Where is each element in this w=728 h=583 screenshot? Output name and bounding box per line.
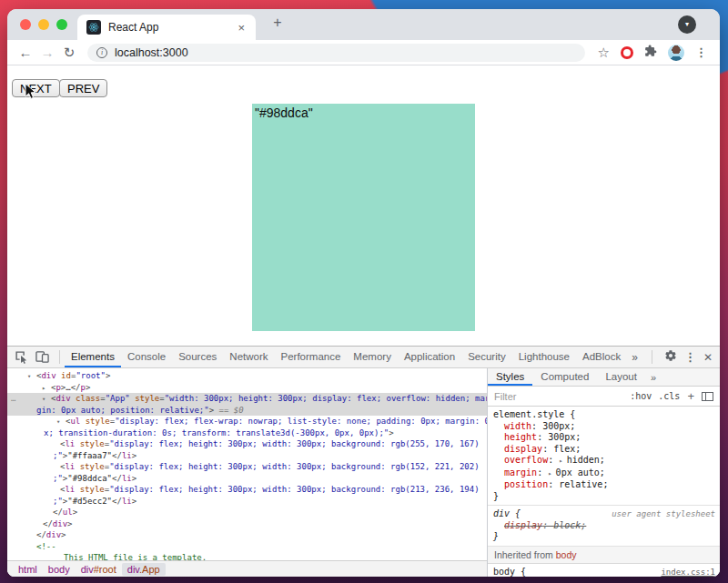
devtools-panel: ElementsConsoleSourcesNetworkPerformance… (7, 346, 720, 577)
sb-tab-styles[interactable]: Styles (488, 368, 532, 386)
dom-tree-line[interactable]: ;">"#ffaaa7"</li> (7, 450, 487, 462)
dt-tab-memory[interactable]: Memory (347, 347, 398, 367)
tab-close-icon[interactable]: × (236, 21, 247, 35)
profile-avatar[interactable] (668, 45, 684, 61)
dt-tab-adblock[interactable]: AdBlock (576, 347, 627, 367)
dom-tree-line[interactable]: ;">"#d5ecc2"</li> (7, 496, 487, 508)
address-bar[interactable]: i localhost:3000 (87, 44, 585, 62)
breadcrumb-item[interactable]: div#root (76, 563, 122, 576)
more-tabs-icon[interactable]: » (627, 351, 642, 364)
browser-window: React App × + ▾ ← → ↻ i localhost:3000 ☆… (7, 9, 720, 577)
dom-tree-line[interactable]: </div> (7, 518, 487, 530)
next-button[interactable]: NEXT (12, 79, 60, 97)
minimize-window-button[interactable] (38, 19, 49, 30)
dom-tree-line[interactable]: …▾<div class="App" style="width: 300px; … (7, 393, 487, 405)
sb-tab-computed[interactable]: Computed (532, 368, 597, 386)
styles-sidebar: StylesComputedLayout » :hov.cls + elemen… (487, 368, 720, 577)
css-property[interactable]: margin: ▸ 0px auto; (493, 467, 718, 480)
browser-menu-icon[interactable]: ⋮ (695, 45, 707, 59)
dom-tree-line[interactable]: </div> (7, 529, 487, 541)
dom-tree-line[interactable]: This HTML file is a template. (7, 552, 487, 560)
forward-button[interactable]: → (36, 41, 58, 65)
expand-shorthand-icon[interactable]: ▸ (559, 457, 566, 465)
breadcrumb-item[interactable]: html (13, 563, 43, 576)
dom-tree-line[interactable]: <li style="display: flex; height: 300px;… (7, 461, 487, 473)
bookmark-star-icon[interactable]: ☆ (598, 45, 610, 61)
dom-tree-line[interactable]: ▸<p>…</p> (7, 382, 487, 394)
devtools-settings-gear-icon[interactable] (664, 349, 677, 366)
reload-button[interactable]: ↻ (58, 41, 80, 65)
slide: "#98ddca" (252, 104, 475, 331)
dt-tab-console[interactable]: Console (121, 347, 172, 367)
sidebar-more-tabs-icon[interactable]: » (645, 372, 662, 383)
dom-tree-line[interactable]: <li style="display: flex; height: 300px;… (7, 438, 487, 450)
dt-tab-performance[interactable]: Performance (275, 347, 348, 367)
devtools-tabs: ElementsConsoleSourcesNetworkPerformance… (65, 347, 627, 367)
css-property[interactable]: height: 300px; (493, 432, 718, 444)
zoom-window-button[interactable] (56, 19, 67, 30)
dom-tree-line[interactable]: ;">"#98ddca"</li> (7, 473, 487, 485)
devtools-close-icon[interactable]: ✕ (703, 351, 713, 364)
inherited-from-link[interactable]: body (556, 549, 577, 560)
css-property[interactable]: display: flex; (493, 444, 718, 456)
devtools-body: ▾<div id="root">▸<p>…</p>…▾<div class="A… (7, 368, 720, 577)
url-text[interactable]: localhost:3000 (115, 46, 188, 59)
sb-tab-layout[interactable]: Layout (597, 368, 645, 386)
style-rule[interactable]: index.css:1body {margin: ▸ 0;} (488, 564, 720, 578)
tab-search-chevron-icon[interactable]: ▾ (678, 15, 696, 34)
dom-tree-line[interactable]: </ul> (7, 507, 487, 518)
sb-toggle--cls[interactable]: .cls (658, 391, 680, 401)
dt-tab-lighthouse[interactable]: Lighthouse (512, 347, 576, 367)
style-rule[interactable]: user agent stylesheetdiv {display: block… (488, 506, 720, 547)
styles-inherited-section: Inherited from body (488, 547, 720, 564)
styles-toggle-list: :hov.cls (623, 391, 680, 401)
dom-tree-line[interactable]: <!-- (7, 541, 487, 553)
dom-tree-line[interactable]: ▾<ul style="display: flex; flex-wrap: no… (7, 416, 487, 427)
react-favicon-icon (86, 20, 101, 35)
breadcrumb-item[interactable]: body (43, 563, 76, 576)
device-toolbar-icon[interactable] (34, 350, 50, 365)
dt-tab-network[interactable]: Network (223, 347, 274, 367)
dt-tab-elements[interactable]: Elements (65, 347, 121, 367)
adblock-extension-icon[interactable] (621, 46, 633, 59)
sb-toggle--hov[interactable]: :hov (630, 391, 652, 401)
devtools-menu-icon[interactable]: ⋮ (684, 350, 696, 364)
css-property[interactable]: overflow: ▸ hidden; (493, 455, 718, 467)
browser-tab[interactable]: React App × (77, 15, 256, 40)
toggle-sidebar-panel-icon[interactable] (702, 392, 713, 401)
sidebar-tabs: StylesComputedLayout » (488, 368, 720, 387)
stylesheet-source-link[interactable]: index.css:1 (661, 568, 715, 577)
dom-tree-line[interactable]: gin: 0px auto; position: relative;"> == … (7, 405, 487, 417)
dt-tab-security[interactable]: Security (461, 347, 512, 367)
browser-toolbar: ← → ↻ i localhost:3000 ☆ ⋮ (7, 40, 720, 65)
style-rule[interactable]: element.style {width: 300px;height: 300p… (488, 407, 720, 506)
styles-filter-bar: :hov.cls + (488, 387, 720, 407)
styles-rules: element.style {width: 300px;height: 300p… (488, 407, 720, 577)
dt-tab-application[interactable]: Application (398, 347, 461, 367)
new-tab-button[interactable]: + (268, 15, 288, 31)
dom-tree: ▾<div id="root">▸<p>…</p>…▾<div class="A… (7, 368, 487, 560)
node-menu-dots[interactable]: … (11, 393, 16, 405)
breadcrumb-item[interactable]: div.App (122, 563, 166, 576)
toolbar-divider (59, 350, 60, 364)
page-content: NEXT PREV "#98ddca" (7, 65, 720, 346)
elements-pane: ▾<div id="root">▸<p>…</p>…▾<div class="A… (7, 368, 487, 577)
dom-tree-line[interactable]: <li style="display: flex; height: 300px;… (7, 484, 487, 496)
expand-shorthand-icon[interactable]: ▸ (548, 470, 555, 477)
dom-tree-line[interactable]: x; transition-duration: 0s; transform: t… (7, 427, 487, 439)
styles-filter-input[interactable] (494, 391, 623, 402)
css-property[interactable]: position: relative; (493, 479, 718, 491)
css-property[interactable]: width: 300px; (493, 421, 718, 433)
site-info-icon[interactable]: i (96, 47, 107, 58)
close-window-button[interactable] (20, 19, 31, 30)
css-property[interactable]: display: block; (493, 520, 718, 532)
back-button[interactable]: ← (15, 41, 36, 65)
extensions-puzzle-icon[interactable] (644, 45, 657, 61)
tab-strip: React App × + ▾ (7, 9, 720, 40)
inspect-element-icon[interactable] (13, 350, 29, 365)
breadcrumb: htmlbodydiv#rootdiv.App (7, 560, 487, 577)
dom-tree-line[interactable]: ▾<div id="root"> (7, 370, 487, 382)
new-style-rule-button[interactable]: + (687, 392, 694, 401)
prev-button[interactable]: PREV (59, 79, 107, 97)
dt-tab-sources[interactable]: Sources (172, 347, 223, 367)
